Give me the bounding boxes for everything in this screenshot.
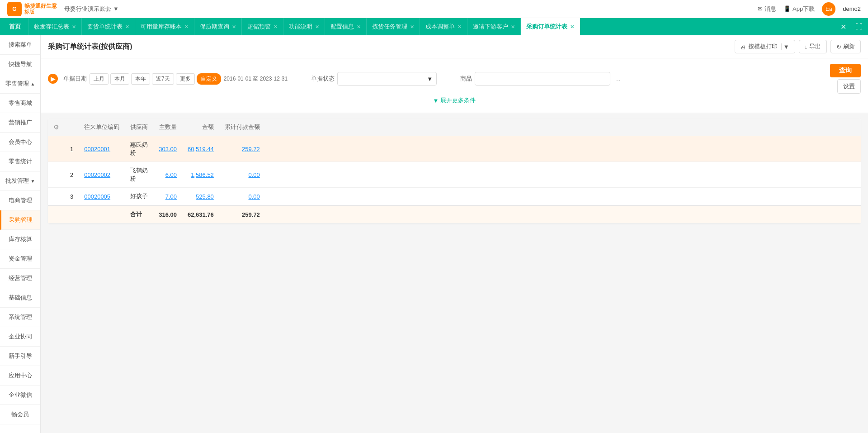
sidebar-item-purchase[interactable]: 采购管理: [0, 210, 40, 230]
tab-receive-summary[interactable]: 收发存汇总表 ✕: [28, 18, 82, 35]
tab-function-desc-label: 功能说明: [289, 23, 312, 31]
td-unit-code-3[interactable]: 00020005: [79, 188, 125, 206]
close-function-desc[interactable]: ✕: [315, 24, 319, 30]
print-btn[interactable]: 🖨 按模板打印 ▼: [735, 40, 795, 53]
td-amount-2[interactable]: 1,586.52: [182, 162, 219, 188]
message-btn[interactable]: ✉ 消息: [758, 5, 776, 13]
refresh-icon: ↻: [836, 43, 841, 50]
message-icon: ✉: [758, 5, 763, 12]
close-overstock-alert[interactable]: ✕: [274, 24, 278, 30]
tab-config-info[interactable]: 配置信息 ✕: [325, 18, 367, 35]
refresh-btn[interactable]: ↻ 刷新: [830, 40, 861, 53]
td-quantity-3[interactable]: 7.00: [153, 188, 182, 206]
tab-pick-task[interactable]: 拣货任务管理 ✕: [367, 18, 420, 35]
td-footer-index: [65, 205, 79, 224]
tab-cost-adjust[interactable]: 成本调整单 ✕: [420, 18, 467, 35]
close-all-tabs-btn[interactable]: ✕: [837, 21, 850, 33]
expand-filter-btn[interactable]: ▶: [48, 74, 58, 84]
sidebar: 搜索菜单 快捷导航 零售管理 ▲ 零售商城 营销推广 会员中心 零售统计 批发管…: [0, 35, 41, 433]
sidebar-item-retail[interactable]: 零售管理 ▲: [0, 74, 40, 94]
sidebar-item-wholesale[interactable]: 批发管理 ▼: [0, 171, 40, 191]
tab-goods-stats[interactable]: 要货单统计表 ✕: [82, 18, 135, 35]
sidebar-item-ecommerce[interactable]: 电商管理: [0, 191, 40, 210]
workspace-selector[interactable]: 母婴行业演示账套 ▼: [61, 3, 123, 15]
sidebar-item-finance[interactable]: 资金管理: [0, 249, 40, 269]
status-label: 单据状态: [311, 75, 335, 83]
sidebar-item-app-center[interactable]: 应用中心: [0, 366, 40, 385]
table-row: 1 00020001 惠氏奶粉 303.00 60,519.44 259.72: [48, 136, 861, 162]
sidebar-item-shortcut[interactable]: 快捷导航: [0, 55, 40, 74]
sidebar-item-newbie[interactable]: 新手引导: [0, 347, 40, 366]
sidebar-item-inventory[interactable]: 库存核算: [0, 230, 40, 249]
sidebar-item-member[interactable]: 会员中心: [0, 133, 40, 152]
close-usable-inventory[interactable]: ✕: [184, 24, 189, 30]
td-quantity-2[interactable]: 6.00: [153, 162, 182, 188]
goods-more-icon[interactable]: …: [615, 76, 621, 82]
sidebar-item-enterprise-wechat[interactable]: 企业微信: [0, 385, 40, 405]
tab-invite-downstream[interactable]: 邀请下游客户 ✕: [467, 18, 521, 35]
sidebar-item-vip[interactable]: 畅会员: [0, 405, 40, 424]
expand-more-label: 展开更多条件: [440, 96, 476, 105]
export-btn[interactable]: ↓ 导出: [799, 40, 827, 53]
tab-home[interactable]: 首页: [2, 18, 28, 35]
sidebar-item-operations[interactable]: 经营管理: [0, 269, 40, 288]
close-goods-stats[interactable]: ✕: [125, 24, 129, 30]
app-download-btn[interactable]: 📱 App下载: [783, 5, 815, 13]
layout: 搜索菜单 快捷导航 零售管理 ▲ 零售商城 营销推广 会员中心 零售统计 批发管…: [0, 35, 868, 433]
close-cost-adjust[interactable]: ✕: [458, 24, 462, 30]
filter-expand-row[interactable]: ▼ 展开更多条件: [48, 94, 861, 107]
td-supplier-2: 飞鹤奶粉: [125, 162, 153, 188]
tab-purchase-stats[interactable]: 采购订单统计表 ✕: [521, 18, 580, 35]
td-quantity-1[interactable]: 303.00: [153, 136, 182, 162]
goods-input[interactable]: [475, 72, 610, 86]
date-btn-custom[interactable]: 自定义: [197, 73, 221, 85]
td-amount-3[interactable]: 525.80: [182, 188, 219, 206]
tab-shelf-life[interactable]: 保质期查询 ✕: [194, 18, 242, 35]
close-purchase-stats[interactable]: ✕: [570, 24, 574, 30]
td-paid-3[interactable]: 0.00: [219, 188, 265, 206]
date-btn-last-month[interactable]: 上月: [90, 73, 108, 85]
td-unit-code-2[interactable]: 00020002: [79, 162, 125, 188]
td-gear-1: [48, 136, 65, 162]
close-receive-summary[interactable]: ✕: [72, 24, 76, 30]
maximize-btn[interactable]: ⛶: [852, 21, 866, 33]
sidebar-item-search[interactable]: 搜索菜单: [0, 35, 40, 55]
search-btn[interactable]: 查询: [830, 64, 861, 77]
th-unit-code: 往来单位编码: [79, 119, 125, 136]
tab-pick-task-label: 拣货任务管理: [372, 23, 407, 31]
gear-icon[interactable]: ⚙: [53, 124, 59, 131]
tab-usable-inventory[interactable]: 可用量库存账本 ✕: [135, 18, 194, 35]
sidebar-item-retail-store[interactable]: 零售商城: [0, 94, 40, 113]
date-btn-7days[interactable]: 近7天: [152, 73, 174, 85]
sidebar-item-enterprise[interactable]: 企业协同: [0, 327, 40, 347]
settings-btn[interactable]: 设置: [837, 79, 861, 94]
tab-usable-inventory-label: 可用量库存账本: [141, 23, 182, 31]
filter-area: ▶ 单据日期 上月 本月 本年 近7天 更多 自定义 2016-01-01 至: [41, 58, 868, 113]
tab-overstock-alert[interactable]: 超储预警 ✕: [242, 18, 283, 35]
td-paid-1[interactable]: 259.72: [219, 136, 265, 162]
sidebar-item-system[interactable]: 系统管理: [0, 308, 40, 327]
th-amount: 金额: [182, 119, 219, 136]
avatar-label: Ea: [826, 6, 832, 12]
nav-tabs: 首页 收发存汇总表 ✕ 要货单统计表 ✕ 可用量库存账本 ✕ 保质期查询 ✕ 超…: [0, 18, 868, 35]
print-icon: 🖨: [741, 43, 746, 50]
tab-function-desc[interactable]: 功能说明 ✕: [283, 18, 325, 35]
close-config-info[interactable]: ✕: [357, 24, 361, 30]
close-shelf-life[interactable]: ✕: [232, 24, 236, 30]
close-invite-downstream[interactable]: ✕: [511, 24, 515, 30]
status-select[interactable]: ▼: [337, 72, 437, 86]
sidebar-item-marketing[interactable]: 营销推广: [0, 113, 40, 133]
sidebar-item-retail-stats[interactable]: 零售统计: [0, 152, 40, 171]
print-dropdown-icon[interactable]: ▼: [781, 43, 789, 50]
sidebar-item-basic[interactable]: 基础信息: [0, 288, 40, 308]
avatar[interactable]: Ea: [822, 2, 835, 16]
date-btn-this-year[interactable]: 本年: [131, 73, 150, 85]
td-unit-code-1[interactable]: 00020001: [79, 136, 125, 162]
date-btn-this-month[interactable]: 本月: [110, 73, 129, 85]
td-paid-2[interactable]: 0.00: [219, 162, 265, 188]
table-area: ⚙ 往来单位编码 供应商 主数量 金额 累计付款金额: [41, 113, 868, 433]
td-amount-1[interactable]: 60,519.44: [182, 136, 219, 162]
date-btn-more[interactable]: 更多: [176, 73, 195, 85]
close-pick-task[interactable]: ✕: [410, 24, 414, 30]
page-header: 采购订单统计表(按供应商) 🖨 按模板打印 ▼ ↓ 导出 ↻ 刷新: [41, 35, 868, 58]
